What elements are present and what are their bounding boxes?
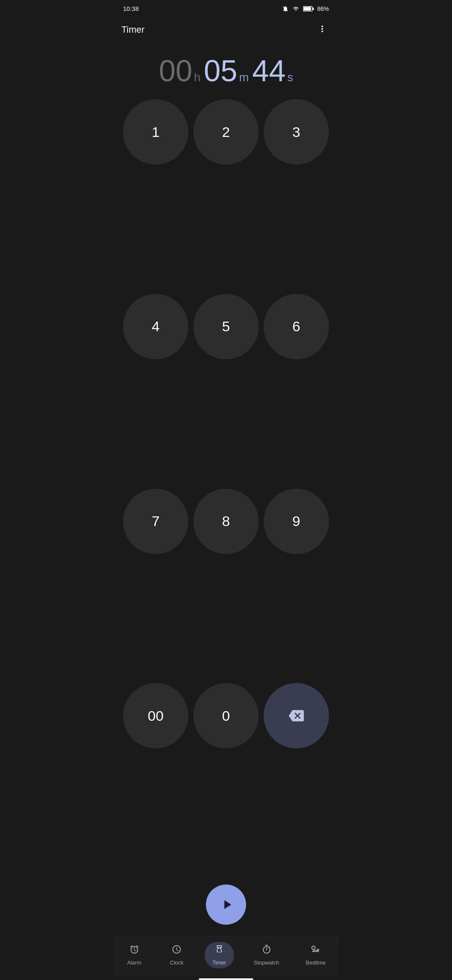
nav-item-stopwatch[interactable]: Stopwatch	[247, 942, 286, 968]
start-container	[113, 876, 339, 936]
timer-display: 00 h 05 m 44 s	[113, 42, 339, 96]
hours-value: 00	[159, 56, 192, 86]
status-time: 10:38	[123, 5, 139, 12]
bell-off-icon	[282, 5, 289, 12]
nav-item-timer[interactable]: Timer	[205, 942, 234, 968]
seconds-segment: 44 s	[252, 56, 293, 86]
numpad-btn-2[interactable]: 2	[193, 99, 259, 165]
more-vert-icon	[317, 24, 327, 34]
minutes-label: m	[239, 71, 249, 84]
minutes-segment: 05 m	[204, 56, 249, 86]
nav-item-alarm[interactable]: Alarm	[120, 942, 149, 968]
backspace-icon	[289, 708, 304, 723]
numpad: 1 2 3 4 5 6 7 8 9 00 0	[113, 96, 339, 876]
battery-icon	[303, 6, 314, 12]
nav-label-alarm: Alarm	[127, 959, 141, 966]
home-indicator	[199, 978, 253, 980]
numpad-btn-7[interactable]: 7	[123, 489, 188, 554]
battery-percent: 86%	[317, 5, 329, 12]
app-header: Timer	[113, 15, 339, 42]
seconds-value: 44	[252, 56, 286, 86]
minutes-value: 05	[204, 56, 237, 86]
more-options-button[interactable]	[314, 21, 331, 39]
numpad-btn-3[interactable]: 3	[264, 99, 329, 165]
nav-item-clock[interactable]: Clock	[162, 942, 191, 968]
nav-label-timer: Timer	[212, 959, 226, 966]
bottom-nav: Alarm Clock Timer Stopwatch	[113, 936, 339, 977]
svg-rect-1	[313, 8, 314, 10]
numpad-btn-0[interactable]: 0	[193, 683, 259, 748]
nav-label-clock: Clock	[170, 959, 184, 966]
timer-icon	[214, 944, 224, 957]
wifi-icon	[292, 6, 300, 12]
numpad-btn-5[interactable]: 5	[193, 294, 259, 359]
numpad-btn-4[interactable]: 4	[123, 294, 188, 359]
app-title: Timer	[121, 24, 144, 35]
numpad-btn-8[interactable]: 8	[193, 489, 259, 554]
clock-icon	[172, 944, 182, 957]
start-button[interactable]	[206, 885, 246, 925]
numpad-btn-6[interactable]: 6	[264, 294, 329, 359]
numpad-backspace-button[interactable]	[264, 683, 329, 748]
status-bar: 10:38 86%	[113, 0, 339, 15]
numpad-btn-00[interactable]: 00	[123, 683, 188, 748]
hours-segment: 00 h	[159, 56, 200, 86]
alarm-icon	[129, 944, 139, 957]
bedtime-icon	[311, 944, 321, 957]
nav-label-bedtime: Bedtime	[306, 959, 326, 966]
hours-label: h	[194, 71, 201, 84]
svg-rect-2	[303, 7, 311, 10]
nav-item-bedtime[interactable]: Bedtime	[299, 942, 333, 968]
status-icons: 86%	[282, 5, 329, 12]
numpad-btn-9[interactable]: 9	[264, 489, 329, 554]
nav-label-stopwatch: Stopwatch	[254, 959, 279, 966]
seconds-label: s	[288, 71, 293, 84]
numpad-btn-1[interactable]: 1	[123, 99, 188, 165]
stopwatch-icon	[262, 944, 272, 957]
play-icon	[219, 897, 234, 912]
